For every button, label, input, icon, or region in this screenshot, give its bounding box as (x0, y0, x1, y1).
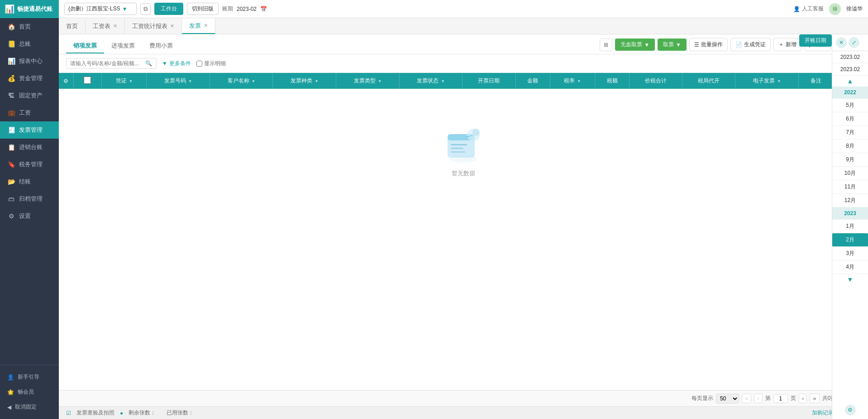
date-2022-5[interactable]: 5月 (832, 99, 868, 112)
sidebar-item-fixed-asset[interactable]: 🏗 固定资产 (0, 87, 59, 104)
col-voucher[interactable]: 凭证 ▼ (102, 73, 147, 89)
batch-op-button[interactable]: ☰ 批量操作 (689, 38, 728, 51)
support-button[interactable]: 👤 人工客服 (793, 5, 824, 13)
svg-rect-4 (451, 148, 463, 149)
date-2023-3[interactable]: 3月 (832, 247, 868, 260)
show-detail-toggle[interactable]: 显示明细 (196, 60, 226, 67)
col-checkbox[interactable] (73, 73, 102, 89)
date-panel-scroll: ▲ 2022 5月 6月 7月 8月 9月 10月 11月 12月 2023 1… (832, 76, 868, 401)
copy-button[interactable]: ⧉ (140, 3, 151, 15)
ticket-button[interactable]: 取票 ▼ (658, 39, 687, 51)
date-nav-up[interactable]: ▲ (832, 76, 868, 87)
date-2022-8[interactable]: 8月 (832, 140, 868, 153)
tab-salary[interactable]: 工资表 ✕ (86, 18, 125, 34)
date-year-2022[interactable]: 2022 (832, 87, 868, 99)
tab-close-salary-stat[interactable]: ✕ (170, 23, 174, 29)
date-2022-6[interactable]: 6月 (832, 112, 868, 126)
sidebar-item-report[interactable]: 📊 报表中心 (0, 53, 59, 70)
search-input[interactable] (70, 60, 143, 67)
sidebar-item-unpin[interactable]: ◀ 取消固定 (0, 400, 59, 414)
date-panel-settings-icon[interactable]: ⚙ (845, 405, 856, 415)
tab-home[interactable]: 首页 (59, 19, 86, 34)
workbench-button[interactable]: 工作台 (154, 3, 183, 15)
page-suffix: 页 (791, 395, 796, 402)
sidebar-item-guide[interactable]: 👤 新手引导 (0, 370, 59, 385)
next-page-button[interactable]: › (799, 394, 807, 403)
unpin-icon: ◀ (7, 404, 11, 410)
first-page-button[interactable]: « (742, 394, 751, 403)
subtab-expense[interactable]: 费用小票 (142, 39, 180, 53)
company-selector[interactable]: (勿删）江西股宝-LSS ▼ (64, 3, 137, 15)
no-ticket-button[interactable]: 无血取票 ▼ (615, 39, 655, 51)
settings-icon: ⚙ (7, 212, 15, 220)
col-invoice-no[interactable]: 发票号码 ▼ (147, 73, 210, 89)
date-nav-down[interactable]: ▼ (832, 274, 868, 285)
col-invoice-cat[interactable]: 发票类型 ▼ (336, 73, 400, 89)
sidebar-item-home[interactable]: 🏠 首页 (0, 18, 59, 35)
sidebar-item-ledger[interactable]: 📒 总账 (0, 35, 59, 53)
col-tax-code[interactable]: 税局代开 (682, 73, 735, 89)
filter-icon: ▼ (162, 60, 167, 67)
sidebar-item-sales-ledger[interactable]: 📋 进销台账 (0, 139, 59, 156)
sidebar-item-salary[interactable]: 💼 工资 (0, 104, 59, 121)
company-name: (勿删）江西股宝-LSS (68, 5, 120, 13)
col-amount[interactable]: 金额 (515, 73, 550, 89)
switch-old-button[interactable]: 切到旧版 (187, 3, 219, 15)
show-detail-checkbox[interactable] (196, 61, 202, 67)
col-invoice-type[interactable]: 发票种类 ▼ (273, 73, 336, 89)
sidebar-item-label: 工资 (19, 109, 31, 117)
date-panel-expand-icon[interactable]: ⤢ (849, 37, 859, 48)
date-2023-4[interactable]: 4月 (832, 260, 868, 274)
col-open-date[interactable]: 开票日期 (463, 73, 515, 89)
tab-salary-stat[interactable]: 工资统计报表 ✕ (125, 18, 182, 34)
new-button[interactable]: ＋ 新增 (773, 38, 801, 51)
date-2022-10[interactable]: 10月 (832, 167, 868, 180)
date-recent-2[interactable]: 2023.02 (832, 63, 868, 76)
date-year-2023[interactable]: 2023 (832, 207, 868, 220)
logo-icon: 📊 (5, 4, 14, 14)
date-2023-2[interactable]: 2月 (832, 233, 868, 247)
sidebar-item-settings[interactable]: ⚙ 设置 (0, 207, 59, 225)
last-page-button[interactable]: » (810, 394, 819, 403)
more-conditions-button[interactable]: ▼ 更多条件 (162, 60, 191, 67)
subtab-purchase[interactable]: 进项发票 (104, 39, 142, 53)
select-all-checkbox[interactable] (84, 77, 91, 84)
subtab-sales[interactable]: 销项发票 (66, 39, 104, 53)
batch-op-label: 批量操作 (701, 41, 723, 48)
sidebar-item-close-account[interactable]: 📂 结账 (0, 173, 59, 190)
date-down-arrow[interactable]: ▼ (847, 276, 854, 283)
col-tax[interactable]: 税额 (595, 73, 629, 89)
col-tax-rate[interactable]: 税率 ▼ (550, 73, 595, 89)
col-customer[interactable]: 客户名称 ▼ (210, 73, 273, 89)
col-settings[interactable]: ⚙ (59, 73, 73, 89)
open-period-button[interactable]: 开账日期 (799, 34, 832, 47)
col-invoice-status[interactable]: 发票状态 ▼ (399, 73, 463, 89)
sidebar-item-tax[interactable]: 🔖 税务管理 (0, 156, 59, 173)
col-e-invoice[interactable]: 电子发票 ▼ (735, 73, 799, 89)
sidebar-item-invoice[interactable]: 🧾 发票管理 (0, 121, 59, 139)
page-number-input[interactable] (773, 394, 788, 403)
sidebar-item-capital[interactable]: 💰 资金管理 (0, 70, 59, 87)
gen-voucher-button[interactable]: 📄 生成凭证 (730, 38, 771, 51)
date-panel-header: ✕ ⤢ (832, 34, 868, 51)
footer: ☑ 发票查验及拍照 ● 剩余张数： 已用张数： 加购记录 左右拉宽 (59, 406, 868, 419)
sidebar-item-member[interactable]: 🌟 畅会员 (0, 385, 59, 400)
date-2022-11[interactable]: 11月 (832, 180, 868, 194)
page-size-select[interactable]: 50 10 20 100 (716, 394, 739, 404)
join-records-link[interactable]: 加购记录 (812, 409, 834, 417)
tab-close-invoice[interactable]: ✕ (204, 23, 208, 29)
date-2022-9[interactable]: 9月 (832, 153, 868, 167)
tab-close-salary[interactable]: ✕ (113, 23, 117, 29)
col-remark[interactable]: 备注 (799, 73, 833, 89)
date-2023-1[interactable]: 1月 (832, 220, 868, 233)
sidebar-item-archive[interactable]: 🗃 归档管理 (0, 190, 59, 207)
prev-page-button[interactable]: ‹ (754, 394, 762, 403)
col-tax-total[interactable]: 价税合计 (630, 73, 682, 89)
grid-icon-button[interactable]: ⊞ (600, 39, 612, 51)
date-2022-7[interactable]: 7月 (832, 126, 868, 140)
date-up-arrow[interactable]: ▲ (847, 77, 854, 85)
tab-invoice[interactable]: 发票 ✕ (182, 18, 215, 34)
date-2022-12[interactable]: 12月 (832, 194, 868, 207)
date-panel-close-icon[interactable]: ✕ (836, 37, 847, 48)
date-recent-1[interactable]: 2023.02 (832, 51, 868, 63)
